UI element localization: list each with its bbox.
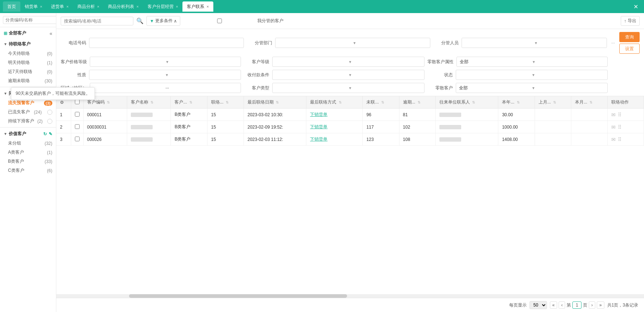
info-circle-icon[interactable]: [47, 110, 52, 115]
filter-payment-select[interactable]: ▼: [272, 70, 424, 80]
link-method-3[interactable]: 下销货单: [310, 137, 327, 142]
link-method-2[interactable]: 下销货单: [310, 124, 327, 129]
filter-phone: 电话号码: [61, 38, 244, 48]
cell-method-2[interactable]: 下销货单: [306, 121, 363, 133]
settings-button[interactable]: 设置: [619, 44, 640, 54]
close-tab-sales-order[interactable]: ×: [40, 4, 42, 9]
filter-price-grade-select[interactable]: ▼: [90, 57, 241, 67]
sort-arrows-unit[interactable]: ⇅: [472, 100, 475, 104]
last-page-button[interactable]: »: [597, 301, 604, 309]
sidebar-group-pending-title[interactable]: ▼ 待联络客户: [0, 39, 56, 49]
filter-retail-customer-select[interactable]: 全部 ▼: [456, 83, 608, 93]
sort-arrows-method[interactable]: ⇅: [339, 100, 342, 104]
more-icon-3[interactable]: ⠿: [618, 137, 621, 142]
next-page-button[interactable]: ›: [589, 301, 595, 309]
sidebar-item-overdue-pending[interactable]: 逾期未联络 (30): [0, 76, 56, 85]
sidebar-item-7days-pending[interactable]: 近7天待联络 (0): [0, 67, 56, 76]
query-button[interactable]: 查询: [619, 32, 640, 42]
tab-home[interactable]: 首页: [3, 1, 20, 12]
sort-arrows-type[interactable]: ⇅: [189, 100, 192, 104]
cell-checkbox-2[interactable]: [71, 121, 83, 133]
cell-checkbox-3[interactable]: [71, 133, 83, 146]
scrollbar-thumb[interactable]: [129, 294, 347, 298]
tab-sales-order[interactable]: 销货单 ×: [20, 1, 47, 12]
filter-dept-select[interactable]: ▼: [275, 38, 430, 48]
link-method-1[interactable]: 下销货单: [310, 112, 327, 117]
region-dots-icon[interactable]: ···: [164, 85, 238, 90]
tab-customer-contact[interactable]: 客户联系 ×: [182, 1, 213, 12]
horizontal-scrollbar[interactable]: [56, 294, 644, 298]
edit-icon[interactable]: ✎: [49, 131, 52, 137]
close-tab-customer-tier[interactable]: ×: [176, 4, 178, 9]
per-page-label: 每页显示: [509, 302, 527, 308]
filter-customer-type-select[interactable]: ▼: [272, 83, 424, 93]
sort-arrows-uncontacted[interactable]: ⇅: [381, 100, 384, 104]
col-this-month: 本月... ⇅: [571, 96, 607, 109]
cell-method-3[interactable]: 下销货单: [306, 133, 363, 146]
search-bar: 🔍 ▼ 更多条件 ∧ 我分管的客户 ↑ 导出: [56, 13, 644, 29]
row-checkbox-3[interactable]: [75, 137, 80, 141]
sort-arrows-this-month[interactable]: ⇅: [589, 100, 592, 104]
filter-status-select[interactable]: ▼: [456, 70, 608, 80]
cell-code-3: 000026: [83, 133, 127, 146]
my-customers-checkbox-label[interactable]: 我分管的客户: [183, 18, 283, 24]
sidebar-search-input[interactable]: [3, 16, 56, 24]
sort-arrows-name[interactable]: ⇅: [150, 100, 153, 104]
contact-icon-2[interactable]: ✉: [611, 124, 616, 130]
sidebar-item-tomorrow-pending[interactable]: 明天待联络 (1): [0, 58, 56, 67]
filter-retail-attr-select[interactable]: 全部 ▼: [456, 57, 608, 67]
window-close-button[interactable]: ✕: [631, 3, 641, 10]
sort-arrows-date[interactable]: ⇅: [276, 100, 279, 104]
filter-phone-input[interactable]: [89, 38, 244, 48]
row-checkbox-2[interactable]: [75, 124, 80, 129]
sort-arrows-code[interactable]: ⇅: [107, 100, 110, 104]
row-checkbox-1[interactable]: [75, 112, 80, 117]
my-customers-checkbox[interactable]: [183, 19, 256, 23]
sort-arrows-year[interactable]: ⇅: [517, 100, 520, 104]
main-search-input[interactable]: [61, 17, 133, 25]
refresh-icon[interactable]: ↻: [43, 131, 47, 137]
info-circle-icon-2[interactable]: [47, 119, 52, 124]
contact-icon-3[interactable]: ✉: [611, 137, 616, 142]
tab-purchase-order[interactable]: 进货单 ×: [47, 1, 73, 12]
filter-manager-select[interactable]: ▼: [462, 38, 607, 48]
close-tab-customer-contact[interactable]: ×: [206, 4, 209, 9]
sidebar-item-churned[interactable]: 已流失客户 (24): [0, 108, 56, 117]
content-area: 🔍 ▼ 更多条件 ∧ 我分管的客户 ↑ 导出 电话号码: [56, 13, 644, 312]
sidebar-all-customers[interactable]: ⊞ 全部客户 «: [0, 27, 56, 39]
tab-customer-tier[interactable]: 客户分层经营 ×: [143, 1, 182, 12]
filter-nature-select[interactable]: ▼: [89, 70, 241, 80]
close-tab-product-analysis-list[interactable]: ×: [136, 4, 138, 9]
more-filters-button[interactable]: ▼ 更多条件 ∧: [146, 16, 180, 26]
page-size-select[interactable]: 50: [530, 301, 547, 309]
sort-arrows-contact[interactable]: ⇅: [226, 100, 229, 104]
sidebar-item-today-pending[interactable]: 今天待联络 (0): [0, 49, 56, 58]
close-tab-product-analysis[interactable]: ×: [97, 4, 99, 9]
export-button[interactable]: ↑ 导出: [621, 16, 640, 26]
filter-manager-dots[interactable]: ···: [610, 40, 616, 45]
sidebar-collapse-icon[interactable]: «: [49, 31, 52, 36]
sidebar-group-value-title[interactable]: ▼ 价值客户 ↻ ✎: [0, 129, 56, 139]
filter-customer-grade-select[interactable]: ▼: [272, 57, 424, 67]
more-icon-2[interactable]: ⠿: [618, 124, 621, 130]
sort-arrows-overdue[interactable]: ⇅: [418, 100, 420, 104]
tab-product-analysis-list[interactable]: 商品分析列表 ×: [104, 1, 143, 12]
filter-region-select[interactable]: ···: [90, 83, 241, 93]
cell-method-1[interactable]: 下销货单: [306, 109, 363, 121]
cell-last-month-1: [535, 109, 571, 121]
tab-product-analysis[interactable]: 商品分析 ×: [73, 1, 104, 12]
sort-arrows-last-month[interactable]: ⇅: [553, 100, 556, 104]
sidebar-item-class-a[interactable]: A类客户 (1): [0, 148, 56, 157]
cell-checkbox-1[interactable]: [71, 109, 83, 121]
sidebar-item-ungrouped[interactable]: 未分组 (32): [0, 139, 56, 148]
select-all-checkbox[interactable]: [75, 100, 80, 104]
sidebar-item-class-c[interactable]: C类客户 (6): [0, 166, 56, 175]
contact-icon-1[interactable]: ✉: [611, 112, 616, 118]
prev-page-button[interactable]: ‹: [559, 301, 565, 309]
first-page-button[interactable]: «: [550, 301, 558, 309]
more-icon-1[interactable]: ⠿: [618, 112, 621, 118]
sidebar-item-class-b[interactable]: B类客户 (33): [0, 157, 56, 166]
sidebar-item-declining[interactable]: 持续下滑客户 (2): [0, 117, 56, 126]
main-search-icon[interactable]: 🔍: [136, 17, 144, 24]
close-tab-purchase-order[interactable]: ×: [66, 4, 68, 9]
